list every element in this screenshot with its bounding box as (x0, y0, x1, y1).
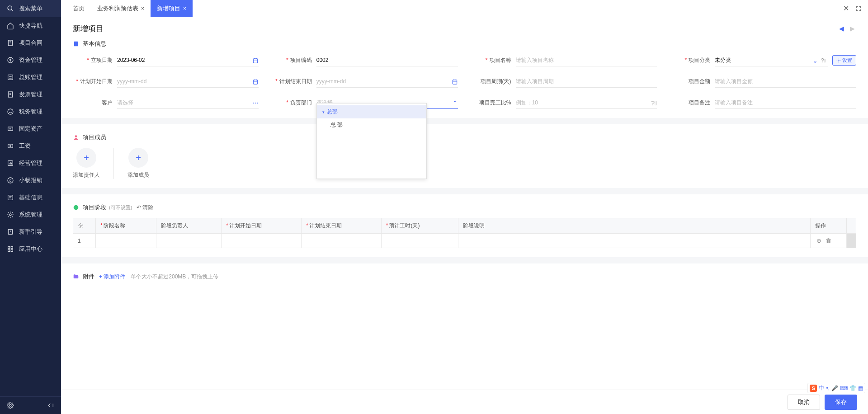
category-input[interactable] (715, 54, 828, 66)
label-amount: 项目金额 (670, 78, 710, 85)
sidebar-item-ledger[interactable]: 总账管理 (0, 69, 61, 86)
svg-point-46 (74, 205, 79, 210)
sidebar-label: 资金管理 (19, 56, 42, 64)
progress-input[interactable] (516, 97, 657, 109)
remark-input[interactable] (715, 97, 856, 109)
delete-row-icon[interactable]: 🗑 (826, 237, 831, 244)
settings-button[interactable]: 设置 (832, 55, 856, 66)
amount-input[interactable] (715, 75, 856, 88)
tabs-bar: 首页 业务利润预估表 × 新增项目 × ✕ (61, 0, 868, 17)
settings-icon[interactable] (6, 401, 14, 409)
add-row-icon[interactable]: ⊕ (816, 237, 821, 244)
doc-icon (73, 41, 79, 47)
tab-profit[interactable]: 业务利润预估表 × (91, 0, 151, 17)
scroll-handle[interactable] (847, 218, 856, 234)
sidebar-item-apps[interactable]: 应用中心 (0, 240, 61, 258)
add-owner[interactable]: + 添加责任人 (73, 148, 100, 179)
calendar-icon[interactable] (452, 79, 458, 85)
sidebar-item-funds[interactable]: 资金管理 (0, 52, 61, 69)
chevron-down-icon[interactable]: ⌄ (812, 57, 818, 64)
customer-input[interactable] (117, 97, 259, 109)
tab-new-project[interactable]: 新增项目 × (151, 0, 193, 17)
close-icon[interactable]: × (141, 5, 144, 12)
calendar-icon[interactable] (252, 57, 259, 64)
sidebar-item-system[interactable]: 系统管理 (0, 206, 61, 223)
name-input[interactable] (516, 54, 657, 66)
plus-icon[interactable]: + (76, 148, 96, 168)
table-row[interactable]: 1 ⊕ 🗑 (73, 234, 856, 248)
more-icon[interactable]: ⋯ (252, 99, 259, 107)
sidebar-item-contract[interactable]: 项目合同 (0, 34, 61, 52)
cancel-button[interactable]: 取消 (788, 395, 820, 410)
sidebar-item-salary[interactable]: 工资 (0, 137, 61, 155)
period-input[interactable] (516, 75, 657, 88)
col-start: 计划开始日期 (222, 218, 302, 234)
plan-end-input[interactable] (316, 75, 458, 88)
sidebar-item-tax[interactable]: 税务管理 (0, 103, 61, 120)
add-member[interactable]: + 添加成员 (127, 148, 149, 179)
sidebar: 搜索菜单 快捷导航 项目合同 资金管理 总账管理 发票管理 (0, 0, 61, 414)
create-date-input[interactable] (117, 54, 259, 66)
chevron-up-icon[interactable]: ⌃ (453, 99, 458, 107)
help-icon[interactable]: ?⃝ (821, 57, 826, 64)
sidebar-item-home[interactable]: 快捷导航 (0, 17, 61, 34)
close-all-icon[interactable]: ✕ (842, 5, 850, 13)
tab-home[interactable]: 首页 (66, 0, 91, 17)
fullscreen-icon[interactable] (854, 5, 863, 13)
col-end: 计划结束日期 (301, 218, 381, 234)
code-input[interactable] (316, 54, 458, 66)
label-progress: 项目完工比% (472, 99, 511, 107)
sidebar-item-expense[interactable]: C 小畅报销 (0, 172, 61, 189)
nav-prev-icon[interactable]: ◀ (837, 24, 845, 33)
clear-button[interactable]: ↶ 清除 (137, 204, 153, 212)
page-header: 新增项目 ◀ ▶ (61, 17, 868, 40)
section-title: 附件 (83, 273, 94, 281)
label-create-date: 立项日期 (73, 56, 113, 64)
dropdown-item-child[interactable]: 总 部 (317, 118, 426, 132)
sidebar-label: 基础信息 (19, 193, 42, 202)
sidebar-label: 工资 (19, 142, 31, 150)
ime-mic-icon[interactable]: 🎤 (831, 385, 838, 391)
add-attachment-button[interactable]: + 添加附件 (99, 273, 125, 281)
sidebar-item-guide[interactable]: 新手引导 (0, 223, 61, 240)
guide-icon (6, 228, 14, 236)
ledger-icon (6, 73, 14, 81)
gear-header[interactable] (73, 218, 96, 234)
sidebar-item-assets[interactable]: 固定资产 (0, 120, 61, 137)
calendar-icon[interactable] (252, 79, 259, 85)
svg-point-24 (9, 214, 11, 216)
sidebar-item-search[interactable]: 搜索菜单 (0, 0, 61, 17)
tax-icon (6, 108, 14, 116)
help-icon[interactable]: ?⃝ (651, 99, 657, 107)
dropdown-item-parent[interactable]: ▾ 总部 (317, 105, 426, 118)
svg-rect-16 (8, 144, 13, 148)
col-owner: 阶段负责人 (156, 218, 222, 234)
ime-punct-icon[interactable]: •, (826, 385, 830, 391)
collapse-icon[interactable] (47, 401, 55, 409)
ime-badge: S 中 •, 🎤 ⌨ 👕 ▦ (807, 383, 865, 393)
sidebar-label: 系统管理 (19, 211, 42, 219)
save-button[interactable]: 保存 (825, 395, 857, 410)
svg-rect-29 (11, 249, 13, 251)
ime-keyboard-icon[interactable]: ⌨ (840, 385, 848, 391)
ime-menu-icon[interactable]: ▦ (858, 385, 863, 391)
sidebar-item-invoice[interactable]: 发票管理 (0, 86, 61, 103)
plus-icon[interactable]: + (128, 148, 148, 168)
caret-down-icon: ▾ (322, 110, 325, 114)
svg-point-47 (80, 225, 81, 226)
plan-start-input[interactable] (117, 75, 259, 88)
label-plan-start: 计划开始日期 (73, 78, 113, 85)
close-icon[interactable]: × (183, 5, 186, 12)
folder-icon (73, 273, 79, 280)
label-code: 项目编码 (272, 56, 312, 64)
svg-rect-31 (74, 42, 78, 47)
info-icon (6, 193, 14, 202)
nav-next-icon[interactable]: ▶ (848, 24, 856, 33)
section-members: 项目成员 + 添加责任人 + 添加成员 (73, 133, 856, 179)
sidebar-item-biz[interactable]: 经营管理 (0, 155, 61, 172)
sidebar-item-info[interactable]: 基础信息 (0, 189, 61, 206)
section-title: 项目阶段 (83, 203, 106, 212)
ime-skin-icon[interactable]: 👕 (849, 385, 856, 391)
section-attach: 附件 + 添加附件 单个大小不超过200MB，可拖拽上传 (73, 273, 856, 281)
ime-lang[interactable]: 中 (819, 384, 824, 392)
